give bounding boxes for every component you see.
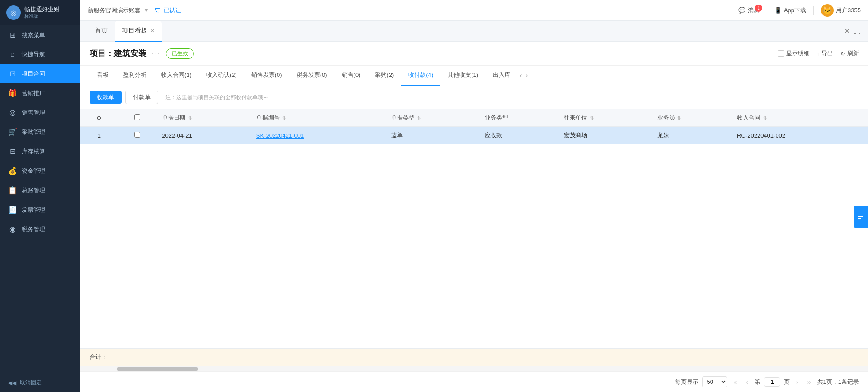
certified-label: 已认证 — [164, 6, 181, 14]
svg-rect-1 — [858, 216, 863, 217]
search-menu-icon: ⊞ — [8, 31, 17, 39]
tab-close-icon[interactable]: ✕ — [150, 28, 155, 34]
window-controls: ✕ ⛶ — [844, 27, 861, 35]
sort-partner-icon: ⇅ — [590, 115, 594, 120]
tab-purchase[interactable]: 采购(2) — [368, 66, 401, 86]
content-wrapper: 项目：建筑安装 ··· 已生效 显示明细 ↑ 导出 ↻ 刷新 — [80, 42, 868, 392]
sidebar-item-label: 项目合同 — [22, 70, 45, 78]
doc-number-link[interactable]: SK-20220421-001 — [256, 132, 304, 139]
sidebar-item-ledger[interactable]: 📋 总账管理 — [0, 181, 80, 200]
tab-kanban[interactable]: 看板 — [90, 66, 116, 86]
row-checkbox[interactable] — [134, 132, 140, 138]
project-name-text: 建筑安装 — [114, 49, 146, 58]
project-more-button[interactable]: ··· — [152, 49, 160, 57]
tab-home-label: 首页 — [95, 27, 108, 35]
cell-seq: 1 — [80, 127, 118, 144]
ledger-icon: 📋 — [8, 186, 17, 195]
total-pages-label: 共1页，1条记录 — [817, 378, 859, 386]
dropdown-icon[interactable]: ▼ — [143, 7, 149, 14]
pin-icon: ◀◀ — [8, 380, 16, 386]
sidebar-unpin[interactable]: ◀◀ 取消固定 — [0, 373, 80, 392]
col-salesperson[interactable]: 业务员 ⇅ — [652, 109, 732, 127]
table-row: 1 2022-04-21 SK-20220421-001 蓝单 应收款 宏茂商场 — [80, 127, 868, 144]
first-page-btn[interactable]: « — [731, 378, 740, 387]
tab-income-contract[interactable]: 收入合同(1) — [154, 66, 199, 86]
sidebar-item-purchase[interactable]: 🛒 采购管理 — [0, 122, 80, 142]
nav-prev-arrow[interactable]: ‹ — [518, 72, 524, 80]
user-profile[interactable]: 🐱 用户3355 — [821, 4, 861, 17]
app-download-button[interactable]: 📱 App下载 — [774, 6, 806, 14]
tab-tax-invoice[interactable]: 税务发票(0) — [289, 66, 335, 86]
tab-warehouse[interactable]: 出入库 — [486, 66, 518, 86]
sidebar-item-search[interactable]: ⊞ 搜索菜单 — [0, 25, 80, 45]
select-all-checkbox[interactable] — [134, 114, 140, 120]
per-page-select[interactable]: 50 20 100 — [702, 376, 727, 387]
col-checkbox[interactable] — [118, 109, 156, 127]
col-biz-type: 业务类型 — [479, 109, 558, 127]
last-page-btn[interactable]: » — [805, 378, 814, 387]
scrollbar-area[interactable] — [80, 366, 868, 371]
sort-contract-icon: ⇅ — [763, 115, 767, 120]
sidebar-item-label: 资金管理 — [22, 167, 45, 175]
finance-icon: 💰 — [8, 167, 17, 175]
sidebar: ◎ 畅捷通好业财 标准版 ⊞ 搜索菜单 ⌂ 快捷导航 ⊡ 项目合同 🎁 营销推广… — [0, 0, 80, 392]
cell-checkbox[interactable] — [118, 127, 156, 144]
sidebar-item-finance[interactable]: 💰 资金管理 — [0, 161, 80, 181]
col-settings[interactable]: ⚙ — [80, 109, 118, 127]
cell-salesperson: 龙妹 — [652, 127, 732, 144]
col-type[interactable]: 单据类型 ⇅ — [386, 109, 479, 127]
tab-project-board[interactable]: 项目看板 ✕ — [115, 21, 162, 42]
topbar-certified: 🛡 已认证 — [155, 6, 181, 14]
sidebar-item-quick-nav[interactable]: ⌂ 快捷导航 — [0, 45, 80, 64]
divider — [767, 6, 767, 15]
topbar: 新服务官网演示账套 ▼ 🛡 已认证 💬 消息 1 📱 App下载 🐱 用户335… — [80, 0, 868, 21]
message-button[interactable]: 💬 消息 1 — [738, 6, 760, 14]
export-btn[interactable]: ↑ 导出 — [817, 49, 834, 57]
show-detail-btn[interactable]: 显示明细 — [778, 49, 810, 57]
sidebar-logo: ◎ 畅捷通好业财 标准版 — [0, 0, 80, 25]
table-wrap: ⚙ 单据日期 ⇅ 单据编号 ⇅ — [80, 109, 868, 348]
next-page-btn[interactable]: › — [793, 378, 801, 387]
tab-home[interactable]: 首页 — [88, 21, 115, 42]
col-date[interactable]: 单据日期 ⇅ — [156, 109, 251, 127]
tab-sales[interactable]: 销售(0) — [335, 66, 368, 86]
project-status-badge: 已生效 — [166, 48, 194, 59]
nav-next-arrow[interactable]: › — [524, 72, 529, 80]
float-btn-icon — [857, 213, 864, 220]
sidebar-item-tax[interactable]: ◉ 税务管理 — [0, 220, 80, 239]
sidebar-item-marketing[interactable]: 🎁 营销推广 — [0, 83, 80, 103]
prev-page-btn[interactable]: ‹ — [743, 378, 751, 387]
col-number[interactable]: 单据编号 ⇅ — [251, 109, 386, 127]
float-action-btn[interactable] — [854, 206, 868, 228]
tab-project-board-label: 项目看板 — [122, 27, 147, 35]
tab-other-expense[interactable]: 其他收支(1) — [440, 66, 486, 86]
tabbar: 首页 项目看板 ✕ ✕ ⛶ — [80, 21, 868, 42]
sidebar-item-inventory[interactable]: ⊟ 库存核算 — [0, 142, 80, 161]
refresh-btn[interactable]: ↻ 刷新 — [840, 49, 859, 57]
scrollbar-thumb[interactable] — [117, 367, 198, 371]
marketing-icon: 🎁 — [8, 89, 17, 97]
sidebar-item-project-contract[interactable]: ⊡ 项目合同 — [0, 64, 80, 83]
page-label: 第 — [755, 378, 760, 386]
export-label: 导出 — [821, 49, 833, 57]
settings-icon[interactable]: ⚙ — [96, 115, 102, 121]
payment-tab-btn[interactable]: 付款单 — [125, 91, 158, 104]
close-window-icon[interactable]: ✕ — [844, 27, 850, 35]
tab-income-confirm[interactable]: 收入确认(2) — [199, 66, 244, 86]
tab-payment[interactable]: 收付款(4) — [401, 66, 440, 86]
cell-number[interactable]: SK-20220421-001 — [251, 127, 386, 144]
sort-type-icon: ⇅ — [417, 115, 421, 120]
export-icon: ↑ — [817, 50, 820, 57]
col-partner[interactable]: 往来单位 ⇅ — [558, 109, 652, 127]
receipt-tab-btn[interactable]: 收款单 — [90, 91, 122, 104]
tab-profit[interactable]: 盈利分析 — [116, 66, 154, 86]
sidebar-item-sales[interactable]: ◎ 销售管理 — [0, 103, 80, 122]
page-input[interactable] — [764, 377, 780, 387]
message-icon: 💬 — [738, 7, 745, 14]
col-income-contract[interactable]: 收入合同 ⇅ — [731, 109, 868, 127]
maximize-window-icon[interactable]: ⛶ — [854, 27, 861, 35]
sidebar-item-invoice[interactable]: 🧾 发票管理 — [0, 200, 80, 220]
sidebar-item-label: 发票管理 — [22, 206, 45, 214]
show-detail-checkbox[interactable] — [778, 50, 784, 57]
tab-sales-invoice[interactable]: 销售发票(0) — [244, 66, 289, 86]
